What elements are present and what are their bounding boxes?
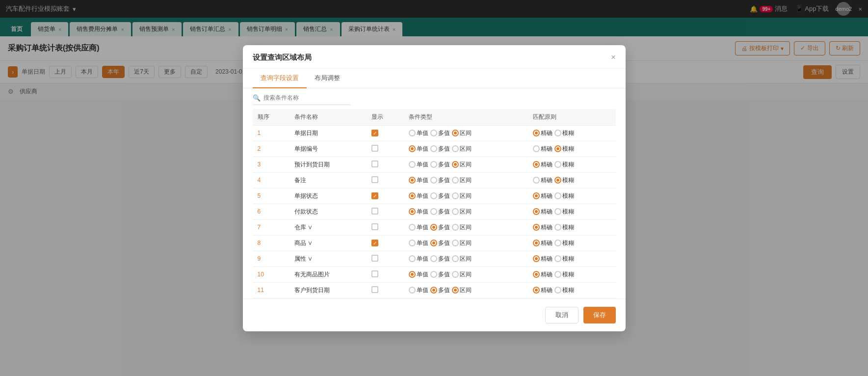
search-box: 🔍 [253, 94, 351, 101]
dialog-tabs: 查询字段设置 布局调整 [243, 69, 626, 88]
dialog-tab-layout[interactable]: 布局调整 [307, 69, 348, 88]
settings-dialog: 设置查询区域布局 × 查询字段设置 布局调整 🔍 顺序 [243, 45, 626, 101]
modal-overlay: 设置查询区域布局 × 查询字段设置 布局调整 🔍 顺序 [0, 0, 868, 100]
dialog-search-area: 🔍 [243, 88, 626, 101]
dialog-header: 设置查询区域布局 × [243, 45, 626, 69]
search-input[interactable] [263, 94, 342, 100]
dialog-title: 设置查询区域布局 [253, 53, 312, 62]
dialog-tab-query-fields[interactable]: 查询字段设置 [253, 69, 307, 88]
dialog-close-button[interactable]: × [611, 54, 615, 61]
search-icon: 🔍 [253, 94, 261, 101]
